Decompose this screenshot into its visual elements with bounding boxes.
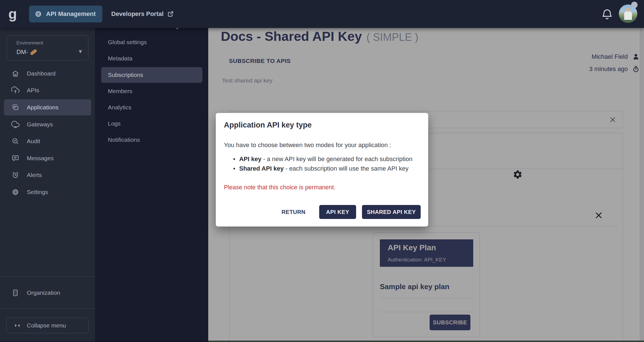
dialog-intro-text: You have to choose between two modes for…	[224, 141, 391, 149]
subnav-app-title: Docs - Shared API Key	[108, 28, 180, 29]
sidebar-item-alerts[interactable]: Alerts	[4, 167, 91, 183]
api-key-button[interactable]: API KEY	[319, 205, 356, 219]
sidebar-item-gateways[interactable]: Gateways	[4, 116, 91, 133]
collapse-menu-button[interactable]: Collapse menu	[6, 318, 89, 333]
applications-icon	[11, 103, 20, 112]
sidebar-item-settings[interactable]: Settings	[4, 184, 91, 200]
subnav-item-metadata[interactable]: Metadata	[101, 51, 202, 66]
sidebar-item-messages[interactable]: Messages	[4, 150, 91, 166]
gravitee-logo[interactable]: g	[8, 0, 17, 28]
baguette-emoji-icon	[30, 49, 37, 56]
shared-api-key-button[interactable]: SHARED API KEY	[362, 205, 421, 219]
subnav-item-members[interactable]: Members	[101, 83, 202, 99]
api-management-switcher[interactable]: API Management	[29, 6, 102, 22]
subnav-item-global-settings[interactable]: Global settings	[101, 34, 202, 50]
external-link-icon	[167, 10, 174, 18]
sidebar-item-applications[interactable]: Applications	[4, 99, 91, 115]
subnav-item-subscriptions[interactable]: Subscriptions	[101, 67, 202, 83]
primary-sidebar: Environment DM- ▾ Dashboard APIs Applica…	[0, 28, 95, 342]
environment-label: Environment	[16, 40, 43, 46]
sidebar-item-audit[interactable]: Audit	[4, 133, 91, 149]
sidebar-item-apis[interactable]: APIs	[4, 82, 91, 98]
bullet-icon: •	[233, 155, 235, 162]
settings-icon	[11, 188, 20, 196]
bullet-icon: •	[233, 165, 235, 172]
gateway-icon	[11, 120, 20, 129]
avatar-photo-head	[626, 8, 630, 11]
subnav-item-logs[interactable]: Logs	[101, 116, 202, 131]
permanent-choice-warning: Please note that this choice is permanen…	[224, 184, 335, 191]
message-icon	[11, 154, 20, 162]
organization-icon	[11, 289, 20, 297]
status-dot	[631, 2, 638, 8]
home-icon	[11, 69, 20, 78]
alarm-icon	[11, 171, 20, 179]
bullet-shared-api-key: •Shared API key - each subscription will…	[233, 165, 408, 172]
sidebar-divider	[0, 308, 95, 309]
api-management-label: API Management	[46, 10, 96, 18]
gear-icon	[34, 10, 42, 18]
cloud-upload-icon	[11, 86, 20, 95]
chevron-down-icon: ▾	[79, 48, 82, 55]
environment-value: DM-	[16, 48, 37, 56]
avatar-photo	[624, 11, 632, 20]
top-bar: g API Management Developers Portal	[0, 0, 644, 28]
developers-portal-link[interactable]: Developers Portal	[111, 0, 174, 28]
sidebar-divider	[0, 276, 95, 277]
sidebar-item-organization[interactable]: Organization	[4, 285, 91, 301]
subnav-item-notifications[interactable]: Notifications	[101, 132, 202, 148]
collapse-icon	[14, 322, 21, 329]
bottom-edge-strip	[0, 341, 644, 342]
sidebar-item-dashboard[interactable]: Dashboard	[4, 65, 91, 82]
environment-selector[interactable]: Environment DM- ▾	[7, 35, 88, 60]
application-subnav: Docs - Shared API Key Global settings Me…	[95, 28, 208, 342]
app-window: Docs - Shared API Key( SIMPLE ) SUBSCRIB…	[0, 0, 644, 342]
bullet-api-key: •API key - a new API key will be generat…	[233, 155, 413, 163]
dialog-title: Application API key type	[224, 121, 312, 129]
bell-icon[interactable]	[600, 7, 614, 21]
subnav-item-analytics[interactable]: Analytics	[101, 100, 202, 115]
audit-icon	[11, 137, 20, 145]
return-button[interactable]: RETURN	[277, 205, 310, 219]
api-key-type-dialog: Application API key type You have to cho…	[216, 113, 428, 227]
developers-portal-label: Developers Portal	[111, 10, 164, 18]
